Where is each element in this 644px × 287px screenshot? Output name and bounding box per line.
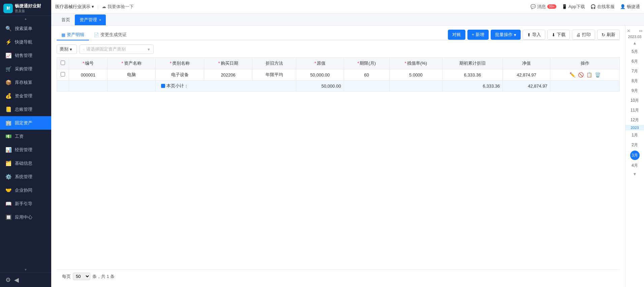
company-dropdown-icon: ▾: [92, 4, 94, 9]
calendar-down-nav[interactable]: ▼: [632, 170, 638, 178]
subtotal-empty-1: [57, 81, 69, 92]
demo-label: 我要体验一下: [108, 4, 134, 10]
cal-month-prev[interactable]: 8月: [631, 76, 639, 86]
sidebar-item-sales[interactable]: 📈销售管理: [0, 49, 51, 62]
sidebar-item-inventory[interactable]: 📦库存核算: [0, 76, 51, 89]
pagination: 每页 50 100 200 条，共 1 条: [57, 269, 620, 283]
nav-label-guide: 新手引导: [15, 201, 32, 207]
th-purchase-date: *购买日期: [204, 58, 252, 69]
sidebar-item-base_info[interactable]: 🗂️基础信息: [0, 157, 51, 170]
sidebar-item-purchase[interactable]: 🛒采购管理: [0, 62, 51, 76]
sidebar-item-quicknav[interactable]: ⚡快捷导航: [0, 35, 51, 49]
sidebar-item-app_center[interactable]: 🔲应用中心: [0, 211, 51, 224]
sidebar-item-system[interactable]: ⚙️系统管理: [0, 170, 51, 184]
filter-select-arrow: ▾: [70, 47, 72, 52]
demo-icon: ☁: [102, 4, 106, 9]
cal-month-curr[interactable]: 4月: [630, 161, 640, 170]
tab-asset-management[interactable]: 资产管理 ×: [75, 14, 106, 25]
cal-month-prev[interactable]: 6月: [631, 57, 639, 66]
main-area: 医疗器械行业演示 ▾ | ☁ 我要体验一下 💬 消息 99+ 📱 App下载 🎧…: [51, 0, 644, 287]
tab-home[interactable]: 首页: [57, 14, 75, 25]
nav-label-app_center: 应用中心: [15, 214, 32, 220]
cal-month-curr[interactable]: 1月: [630, 130, 640, 140]
tab-close-icon[interactable]: ×: [99, 18, 101, 22]
sidebar-item-ops[interactable]: 📊经营管理: [0, 143, 51, 157]
nav-icon-inventory: 📦: [5, 79, 11, 86]
batch-ops-button[interactable]: 批量操作 ▾: [491, 30, 521, 40]
subtotal-empty-period: [344, 81, 389, 92]
sidebar-item-collab[interactable]: 🤝企业协同: [0, 184, 51, 197]
message-icon: 💬: [530, 4, 536, 9]
sub-tab-asset-detail[interactable]: ▦ 资产明细: [57, 30, 89, 40]
category-filter-input[interactable]: ▫ 请选择固定资产类别 ▾: [80, 44, 154, 54]
refresh-button[interactable]: ↻ 刷新: [597, 30, 620, 40]
sidebar-item-search[interactable]: 🔍搜索菜单: [0, 22, 51, 35]
cal-month-prev[interactable]: 11月: [631, 105, 639, 115]
sidebar-item-fixed_assets[interactable]: 🏢固定资产: [0, 116, 51, 130]
th-initial-depreciation: 期初累计折旧: [442, 58, 503, 69]
reconcile-button[interactable]: 对账: [448, 30, 465, 40]
subtotal-empty-actions: [550, 81, 620, 92]
calendar-up-nav[interactable]: ▲: [632, 39, 638, 47]
calendar-close-icon[interactable]: ✕: [627, 28, 631, 33]
th-code: *编号: [69, 58, 108, 69]
company-selector[interactable]: 医疗器械行业演示 ▾: [55, 4, 94, 10]
cal-month-prev[interactable]: 10月: [631, 96, 639, 105]
cal-month-prev[interactable]: 5月: [631, 47, 639, 57]
per-page-select[interactable]: 50 100 200: [73, 273, 90, 280]
settings-icon[interactable]: ⚙: [5, 276, 11, 284]
online-service-icon: 🎧: [590, 4, 596, 9]
nav-label-payroll: 工资: [15, 133, 24, 139]
sidebar-item-payroll[interactable]: 💵工资: [0, 130, 51, 143]
collapse-icon[interactable]: ◀: [14, 276, 19, 284]
sidebar-nav: 🔍搜索菜单⚡快捷导航📈销售管理🛒采购管理📦库存核算💰资金管理📒总账管理🏢固定资产…: [0, 22, 51, 266]
nav-label-base_info: 基础信息: [15, 160, 32, 166]
new-button[interactable]: + 新增: [467, 30, 489, 40]
sidebar-item-guide[interactable]: 📖新手引导: [0, 197, 51, 211]
import-button[interactable]: ⬆ 导入: [523, 30, 545, 40]
edit-icon-0[interactable]: ✏️: [570, 72, 575, 77]
sidebar-scroll-down[interactable]: ▼: [0, 266, 51, 273]
nav-icon-app_center: 🔲: [5, 214, 11, 220]
nav-icon-collab: 🤝: [5, 187, 11, 193]
row-checkbox-0[interactable]: [61, 72, 65, 76]
nav-label-fixed_assets: 固定资产: [15, 120, 32, 126]
cal-month-prev[interactable]: 7月: [631, 66, 639, 76]
sidebar-item-ledger[interactable]: 📒总账管理: [0, 103, 51, 116]
cal-month-curr[interactable]: 3月: [630, 151, 640, 160]
cal-month-prev[interactable]: 12月: [631, 115, 639, 125]
subtotal-original-value: 50,000.00: [296, 81, 344, 92]
sub-tab-change-voucher[interactable]: 📄 变更生成凭证: [89, 30, 131, 40]
download-button[interactable]: ⬇ 下载: [547, 30, 570, 40]
avatar-icon: 👤: [620, 4, 625, 9]
copy-icon-0[interactable]: 📋: [586, 72, 592, 77]
nav-label-ledger: 总账管理: [15, 106, 32, 113]
category-filter-select[interactable]: 类别 ▾: [57, 44, 77, 54]
th-depreciation-method: 折旧方法: [252, 58, 296, 69]
online-service-button[interactable]: 🎧 在线客服: [590, 4, 615, 10]
delete-icon-0[interactable]: 🗑️: [595, 72, 601, 77]
subtotal-empty-3: [107, 81, 155, 92]
th-name: *资产名称: [107, 58, 155, 69]
sidebar-item-funds[interactable]: 💰资金管理: [0, 89, 51, 103]
message-button[interactable]: 💬 消息 99+: [530, 4, 556, 10]
user-avatar[interactable]: 👤 畅捷通: [620, 4, 640, 10]
cal-month-curr[interactable]: 2月: [630, 140, 640, 150]
nav-icon-guide: 📖: [5, 201, 11, 207]
per-page-label: 每页: [62, 274, 71, 280]
demo-button[interactable]: ☁ 我要体验一下: [102, 4, 134, 10]
nav-icon-purchase: 🛒: [5, 66, 11, 72]
app-download-button[interactable]: 📱 App下载: [562, 4, 585, 10]
nav-icon-search: 🔍: [5, 26, 11, 32]
select-all-checkbox[interactable]: [61, 61, 65, 65]
disable-icon-0[interactable]: 🚫: [578, 72, 584, 77]
calendar-expand-icon[interactable]: ⇔: [639, 28, 643, 33]
print-button[interactable]: 🖨 打印: [572, 30, 595, 40]
calendar-year-header: 2023.03: [625, 33, 644, 39]
sidebar-scroll-up[interactable]: ▲: [0, 16, 51, 22]
asset-table: *编号 *资产名称 *类别名称 *购买日期 折旧方法 *原值 *期限(月) *残…: [57, 57, 620, 92]
nav-icon-ops: 📊: [5, 147, 11, 153]
cal-month-prev[interactable]: 9月: [631, 86, 639, 96]
logo-sub: 普及版: [15, 9, 41, 13]
tabs-bar: 首页 资产管理 ×: [51, 13, 644, 26]
